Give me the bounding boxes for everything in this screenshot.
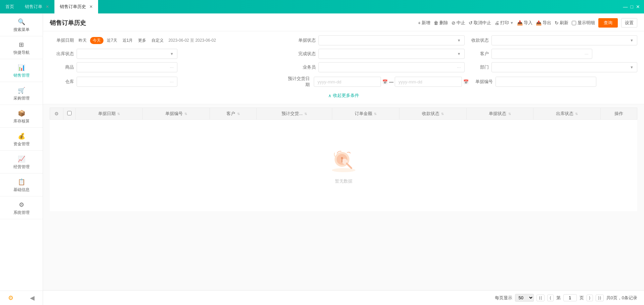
delete-button[interactable]: 🗑 删除 xyxy=(434,20,448,26)
filter-delivery-date-end[interactable]: yyyy-mm-dd xyxy=(395,77,462,87)
table-settings-icon[interactable]: ⚙ xyxy=(54,111,59,116)
date-btn-yesterday[interactable]: 昨天 xyxy=(77,37,89,44)
filter-order-status-select[interactable]: ▼ xyxy=(318,35,464,45)
filter-delivery-date-start[interactable]: yyyy-mm-dd xyxy=(314,77,381,87)
filter-complete-status-select[interactable]: ▼ xyxy=(318,49,464,59)
export-button[interactable]: 📤 导出 xyxy=(536,20,551,26)
col-checkbox[interactable] xyxy=(63,108,76,120)
date-btn-custom[interactable]: 自定义 xyxy=(149,37,166,44)
sidebar-item-quick-nav-label: 快捷导航 xyxy=(13,50,30,55)
import-label: 导入 xyxy=(524,20,532,26)
export-icon: 📤 xyxy=(536,20,542,26)
salesman-ellipsis-icon[interactable]: ··· xyxy=(457,65,461,70)
col-date[interactable]: 单据日期 ⇅ xyxy=(76,108,143,120)
maximize-button[interactable]: □ xyxy=(631,4,633,9)
table-header: ⚙ 单据日期 ⇅ 单据编号 ⇅ xyxy=(50,108,637,120)
sidebar-item-funds-mgmt[interactable]: 💰 资金管理 xyxy=(0,128,43,151)
col-number-sort-icon[interactable]: ⇅ xyxy=(184,112,187,116)
tab-sales-history[interactable]: 销售订单历史 ✕ xyxy=(54,0,98,13)
col-number[interactable]: 单据编号 ⇅ xyxy=(142,108,210,120)
filter-payment-status-select[interactable]: ▼ xyxy=(491,35,637,45)
sidebar-item-purchase-mgmt[interactable]: 🛒 采购管理 xyxy=(0,82,43,105)
date-btn-today[interactable]: 今天 xyxy=(90,37,103,44)
page-size-select[interactable]: 50 10 20 100 xyxy=(515,294,534,302)
refresh-button[interactable]: ↻ 刷新 xyxy=(555,20,568,26)
col-delivery-date-sort-icon[interactable]: ⇅ xyxy=(304,112,307,116)
filter-doc-number-label: 单据编号 xyxy=(469,79,496,85)
last-page-button[interactable]: ⟩⟩ xyxy=(596,295,604,301)
col-order-status-label: 单据状态 xyxy=(489,111,506,116)
col-out-status[interactable]: 出库状态 ⇅ xyxy=(533,108,601,120)
no-data-illustration xyxy=(329,147,359,174)
sidebar-item-inventory[interactable]: 📦 库存核算 xyxy=(0,105,43,128)
col-customer-sort-icon[interactable]: ⇅ xyxy=(237,112,240,116)
sidebar-item-ops-mgmt[interactable]: 📈 经营管理 xyxy=(0,151,43,174)
filter-dept-select[interactable]: ▼ xyxy=(491,62,637,72)
col-date-label: 单据日期 xyxy=(98,111,116,116)
col-out-status-sort-icon[interactable]: ⇅ xyxy=(575,112,578,116)
collapse-up-icon: ∧ xyxy=(328,93,332,98)
import-button[interactable]: 📥 导入 xyxy=(517,20,532,26)
stop-button[interactable]: ⊘ 中止 xyxy=(452,20,465,26)
col-order-status[interactable]: 单据状态 ⇅ xyxy=(466,108,533,120)
page-number-input[interactable] xyxy=(563,294,577,301)
filter-warehouse-input[interactable]: ··· xyxy=(77,77,177,87)
customer-ellipsis-icon[interactable]: ··· xyxy=(585,51,589,56)
select-all-checkbox[interactable] xyxy=(67,111,72,115)
sidebar-item-base-info[interactable]: 📋 基础信息 xyxy=(0,174,43,196)
col-settings[interactable]: ⚙ xyxy=(50,108,63,120)
table-area: ⚙ 单据日期 ⇅ 单据编号 ⇅ xyxy=(43,104,644,290)
first-page-button[interactable]: ⟨⟨ xyxy=(536,295,545,301)
delivery-date-end-placeholder: yyyy-mm-dd xyxy=(398,79,422,84)
tab-home[interactable]: 首页 xyxy=(0,0,19,13)
filter-salesman-input[interactable]: ··· xyxy=(318,62,464,72)
date-btn-7days[interactable]: 近7天 xyxy=(105,37,119,44)
col-payment-status[interactable]: 收款状态 ⇅ xyxy=(399,108,466,120)
print-button[interactable]: 🖨 打印 ▼ xyxy=(495,20,514,26)
prev-page-button[interactable]: ⟨ xyxy=(547,295,554,301)
next-page-button[interactable]: ⟩ xyxy=(587,295,593,301)
sidebar-item-sales-mgmt[interactable]: 📊 销售管理 xyxy=(0,59,43,82)
col-customer[interactable]: 客户 ⇅ xyxy=(210,108,257,120)
close-button[interactable]: ✕ xyxy=(636,4,640,9)
filter-out-status-select[interactable]: ▼ xyxy=(77,49,177,59)
col-delivery-date[interactable]: 预计交货... ⇅ xyxy=(257,108,332,120)
goods-ellipsis-icon[interactable]: ··· xyxy=(170,65,174,70)
collapse-row[interactable]: ∧ 收起更多条件 xyxy=(50,91,637,100)
col-order-status-sort-icon[interactable]: ⇅ xyxy=(508,112,511,116)
tab-sales-history-close[interactable]: ✕ xyxy=(89,4,93,9)
sidebar-item-quick-nav[interactable]: ⊞ 快捷导航 xyxy=(0,36,43,59)
sidebar-item-sys-mgmt[interactable]: ⚙ 系统管理 xyxy=(0,196,43,219)
sidebar-collapse-button[interactable]: ◀ xyxy=(30,294,35,302)
col-payment-status-sort-icon[interactable]: ⇅ xyxy=(441,112,444,116)
filter-goods-input[interactable]: ··· xyxy=(77,62,177,72)
date-btn-more[interactable]: 更多 xyxy=(136,37,148,44)
filter-customer-input[interactable]: ··· xyxy=(491,49,592,59)
display-detail-checkbox[interactable]: 显示明细 xyxy=(572,20,595,26)
cancel-stop-button[interactable]: ↺ 取消中止 xyxy=(469,20,491,26)
export-label: 导出 xyxy=(543,20,551,26)
sidebar-settings-button[interactable]: ⚙ xyxy=(8,294,13,302)
col-amount[interactable]: 订单金额 ⇅ xyxy=(332,108,399,120)
date-btn-1month[interactable]: 近1月 xyxy=(121,37,135,44)
calendar-end-icon[interactable]: 📅 xyxy=(463,79,469,84)
minimize-button[interactable]: — xyxy=(623,4,628,9)
no-data-row: 暂无数据 xyxy=(50,120,637,212)
sidebar-item-search-menu[interactable]: 🔍 搜索菜单 xyxy=(0,13,43,36)
col-amount-sort-icon[interactable]: ⇅ xyxy=(374,112,377,116)
calendar-start-icon[interactable]: 📅 xyxy=(382,79,388,84)
tab-sales-order[interactable]: 销售订单 ✕ xyxy=(19,0,54,13)
filter-row-1: 单据日期 昨天 今天 近7天 近1月 更多 自定义 2023-06-02 至 2… xyxy=(50,35,637,45)
warehouse-ellipsis-icon[interactable]: ··· xyxy=(170,79,174,84)
filter-doc-number-input[interactable] xyxy=(496,77,596,87)
cancel-stop-label: 取消中止 xyxy=(474,20,491,26)
print-arrow-icon: ▼ xyxy=(510,21,514,25)
sidebar-item-search-menu-label: 搜索菜单 xyxy=(13,27,30,33)
query-button[interactable]: 查询 xyxy=(598,18,618,28)
new-button[interactable]: + 新增 xyxy=(418,20,430,26)
filter-out-status-label: 出库状态 xyxy=(50,51,77,57)
tab-sales-order-close[interactable]: ✕ xyxy=(46,4,49,9)
display-detail-input[interactable] xyxy=(572,21,576,25)
settings-button[interactable]: 设置 xyxy=(621,18,637,28)
col-date-sort-icon[interactable]: ⇅ xyxy=(117,112,120,116)
